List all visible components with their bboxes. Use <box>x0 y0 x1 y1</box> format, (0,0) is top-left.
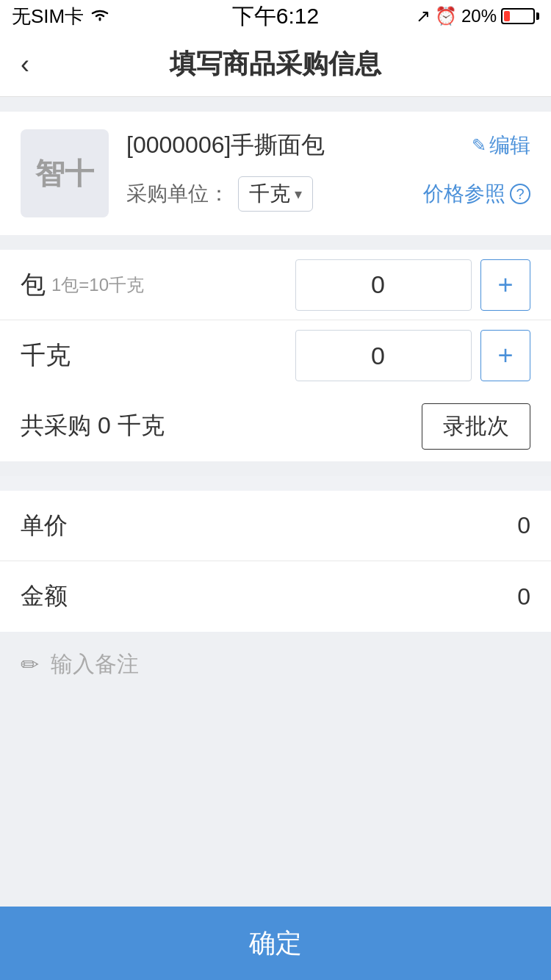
kg-input-row: 千克 + <box>0 320 551 391</box>
product-card: 智十 [0000006]手撕面包 ✎ 编辑 采购单位： 千克 ▾ 价格参照 ? <box>0 112 551 235</box>
edit-button[interactable]: ✎ 编辑 <box>472 131 530 159</box>
status-time: 下午6:12 <box>232 1 319 32</box>
top-divider <box>0 97 551 112</box>
amount-row: 金额 0 <box>0 561 551 632</box>
price-section: 单价 0 金额 0 <box>0 491 551 632</box>
unit-price-value: 0 <box>517 512 530 539</box>
alarm-icon: ⏰ <box>435 6 457 26</box>
dropdown-arrow-icon: ▾ <box>295 185 302 203</box>
pack-quantity-input[interactable] <box>295 259 472 311</box>
input-section: 包 1包=10千克 + 千克 + <box>0 250 551 391</box>
product-logo: 智十 <box>35 154 94 194</box>
page-title: 填写商品采购信息 <box>170 46 381 82</box>
pack-plus-button[interactable]: + <box>480 259 530 311</box>
total-row: 共采购 0 千克 录批次 <box>0 391 551 461</box>
pack-input-row: 包 1包=10千克 + <box>0 250 551 320</box>
back-button[interactable]: ‹ <box>21 49 29 80</box>
status-left: 无SIM卡 <box>12 4 110 29</box>
unit-price-label: 单价 <box>21 510 68 542</box>
price-divider <box>0 461 551 476</box>
confirm-button[interactable]: 确定 <box>0 907 551 980</box>
batch-button[interactable]: 录批次 <box>422 403 530 450</box>
amount-label: 金额 <box>21 580 68 613</box>
pack-sub-label: 1包=10千克 <box>51 273 144 297</box>
edit-icon: ✎ <box>472 135 486 156</box>
unit-price-row: 单价 0 <box>0 491 551 561</box>
content-background <box>0 697 551 918</box>
kg-quantity-input[interactable] <box>295 330 472 381</box>
mid-divider <box>0 235 551 250</box>
location-icon: ↗ <box>416 6 431 26</box>
total-text: 共采购 0 千克 <box>21 410 165 442</box>
price-ref-button[interactable]: 价格参照 ? <box>423 180 530 208</box>
product-info: [0000006]手撕面包 ✎ 编辑 采购单位： 千克 ▾ 价格参照 ? <box>126 129 530 212</box>
unit-label: 采购单位： <box>126 180 229 208</box>
pack-label: 包 <box>21 268 46 302</box>
kg-label: 千克 <box>21 339 71 372</box>
carrier-text: 无SIM卡 <box>12 4 84 29</box>
nav-bar: ‹ 填写商品采购信息 <box>0 32 551 97</box>
wifi-icon <box>90 5 110 28</box>
kg-plus-button[interactable]: + <box>480 330 530 381</box>
battery-percent: 20% <box>461 6 497 26</box>
status-right: ↗ ⏰ 20% <box>416 6 539 26</box>
product-image: 智十 <box>21 129 109 217</box>
product-top-row: [0000006]手撕面包 ✎ 编辑 <box>126 129 530 162</box>
battery-icon <box>501 8 539 24</box>
product-unit-row: 采购单位： 千克 ▾ 价格参照 ? <box>126 176 530 212</box>
info-icon: ? <box>510 184 530 204</box>
product-name: [0000006]手撕面包 <box>126 129 325 162</box>
status-bar: 无SIM卡 下午6:12 ↗ ⏰ 20% <box>0 0 551 32</box>
unit-select[interactable]: 千克 ▾ <box>238 176 313 212</box>
remark-section[interactable]: ✏ 输入备注 <box>0 632 551 697</box>
pencil-icon: ✏ <box>21 652 39 677</box>
amount-value: 0 <box>517 583 530 610</box>
remark-placeholder: 输入备注 <box>51 649 139 680</box>
